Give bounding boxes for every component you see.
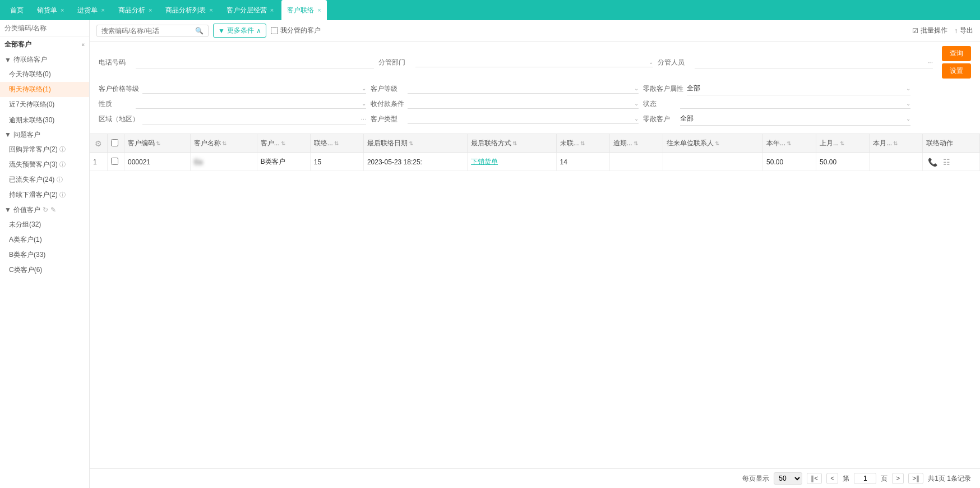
settings-button[interactable]: 设置 [942, 63, 971, 79]
nav-product-analysis[interactable]: 商品分析 × [113, 0, 158, 20]
filter-panel: 电话号码 分管部门 ⌄ 分管人员 ··· 查询 设置 [90, 42, 980, 134]
filter-icon: ▼ [218, 27, 225, 35]
row-type: B类客户 [257, 153, 310, 171]
col-last-month[interactable]: 上月...⇅ [816, 134, 870, 153]
filter-status: 状态 ⌄ [643, 99, 910, 109]
sidebar-item-class-c[interactable]: C类客户(6) [0, 263, 89, 278]
col-customer-type[interactable]: 客户...⇅ [257, 134, 310, 153]
close-icon[interactable]: × [209, 7, 212, 13]
toolbar: 🔍 ▼ 更多条件 ∧ 我分管的客户 ☑ 批量操作 ↑ 导出 [90, 20, 980, 42]
close-icon[interactable]: × [61, 7, 64, 13]
col-uncontacted[interactable]: 未联...⇅ [556, 134, 609, 153]
col-customer-name[interactable]: 客户名称⇅ [191, 134, 257, 153]
row-this-month [870, 153, 923, 171]
col-last-contact-method[interactable]: 最后联络方式⇅ [468, 134, 556, 153]
nav-customer-tiering[interactable]: 客户分层经营 × [221, 0, 279, 20]
page-number-input[interactable] [854, 473, 876, 484]
more-filter-button[interactable]: ▼ 更多条件 ∧ [213, 24, 266, 38]
my-customers-checkbox[interactable] [271, 27, 278, 34]
sidebar-item-overdue-contact[interactable]: 逾期未联络(30) [0, 113, 89, 128]
last-contact-method-link[interactable]: 下销货单 [471, 158, 498, 165]
col-customer-code[interactable]: 客户编码⇅ [124, 134, 191, 153]
sidebar-item-7days-contact[interactable]: 近7天待联络(0) [0, 97, 89, 112]
filter-payment: 收付款条件 ⌄ [371, 99, 638, 109]
sidebar-group-problem-customers[interactable]: ▼ 问题客户 [0, 128, 89, 142]
bulk-action-button[interactable]: ☑ 批量操作 [912, 26, 947, 35]
sidebar-item-class-b[interactable]: B类客户(33) [0, 247, 89, 263]
sort-icon: ⇅ [715, 140, 719, 146]
nav-home[interactable]: 首页 [4, 0, 29, 20]
more-dots-icon[interactable]: ··· [927, 58, 933, 66]
nature-select[interactable]: ⌄ [136, 99, 366, 109]
dept-select[interactable]: ⌄ [415, 57, 654, 67]
phone-input[interactable] [136, 57, 374, 68]
sidebar-search-bar: 🔍 [0, 20, 89, 36]
first-page-button[interactable]: ∥< [807, 473, 822, 484]
manager-select[interactable]: ··· [695, 57, 933, 68]
sidebar-group-pending-contact[interactable]: ▼ 待联络客户 [0, 53, 89, 67]
payment-select[interactable]: ⌄ [408, 99, 638, 109]
nav-customer-contact[interactable]: 客户联络 × [281, 0, 326, 20]
refresh-icon[interactable]: ↻ [43, 206, 48, 214]
row-last-contact-method: 下销货单 [468, 153, 556, 171]
row-select-checkbox[interactable] [111, 158, 118, 165]
toolbar-search-box: 🔍 [96, 25, 209, 37]
nav-sales-order[interactable]: 销货单 × [31, 0, 70, 20]
toolbar-search-input[interactable] [101, 27, 195, 35]
sidebar-item-abnormal-repurchase[interactable]: 回购异常客户(2) ⓘ [0, 142, 89, 157]
sidebar-item-ungrouped[interactable]: 未分组(32) [0, 217, 89, 232]
export-button[interactable]: ↑ 导出 [954, 26, 973, 35]
per-page-select[interactable]: 50 100 [774, 472, 802, 485]
col-company-contact[interactable]: 往来单位联系人⇅ [663, 134, 762, 153]
filter-customer-type: 客户类型 ⌄ [371, 114, 638, 124]
prev-page-button[interactable]: < [826, 473, 838, 484]
table-settings-icon[interactable]: ⚙ [95, 139, 102, 148]
retail-attr-select[interactable]: 全部 ⌄ [687, 82, 910, 95]
row-last-contact-date: 2023-05-23 18:25: [363, 153, 467, 171]
expand-arrow-icon: ▼ [4, 131, 11, 139]
row-action-phone-icon[interactable]: 📞 [928, 158, 937, 167]
sidebar-group-value-customers[interactable]: ▼ 价值客户 ↻ ✎ [0, 203, 89, 217]
sort-icon: ⇅ [840, 140, 844, 146]
chevron-down-icon: ⌄ [362, 85, 366, 91]
select-all-checkbox[interactable] [111, 139, 118, 146]
last-page-button[interactable]: >∥ [908, 473, 923, 484]
row-action-grid-icon[interactable]: ☷ [943, 158, 950, 167]
region-select[interactable]: ··· [142, 113, 366, 125]
status-select[interactable]: ⌄ [680, 99, 910, 109]
row-contact: 15 [310, 153, 363, 171]
sidebar-search-input[interactable] [4, 24, 89, 32]
col-contact[interactable]: 联络...⇅ [310, 134, 363, 153]
nav-purchase-order[interactable]: 进货单 × [72, 0, 110, 20]
col-this-month[interactable]: 本月...⇅ [870, 134, 923, 153]
close-icon[interactable]: × [101, 7, 104, 13]
col-this-year[interactable]: 本年...⇅ [763, 134, 816, 153]
more-dots-icon[interactable]: ··· [360, 115, 366, 123]
nav-product-analysis-list[interactable]: 商品分析列表 × [160, 0, 218, 20]
sidebar-item-today-contact[interactable]: 今天待联络(0) [0, 67, 89, 82]
col-last-contact-date[interactable]: 最后联络日期⇅ [363, 134, 467, 153]
customer-table: ⚙ 客户编码⇅ 客户名称⇅ 客户...⇅ [90, 134, 980, 171]
query-button[interactable]: 查询 [942, 46, 971, 61]
sidebar-item-churned[interactable]: 已流失客户(24) ⓘ [0, 172, 89, 187]
close-icon[interactable]: × [317, 7, 321, 13]
my-customers-checkbox-label[interactable]: 我分管的客户 [271, 26, 321, 35]
sidebar-item-tomorrow-contact[interactable]: 明天待联络(1) [0, 82, 89, 97]
close-icon[interactable]: × [149, 7, 152, 13]
col-overdue[interactable]: 逾期...⇅ [609, 134, 663, 153]
sidebar-item-class-a[interactable]: A类客户(1) [0, 232, 89, 247]
row-name: Ea [191, 153, 257, 171]
retail-customer-select[interactable]: 全部 ⌄ [680, 112, 910, 126]
toolbar-search-icon[interactable]: 🔍 [195, 27, 204, 35]
next-page-button[interactable]: > [892, 473, 904, 484]
close-icon[interactable]: × [270, 7, 274, 13]
customer-type-select[interactable]: ⌄ [408, 114, 638, 124]
customer-level-select[interactable]: ⌄ [408, 84, 638, 94]
sidebar-all-customers[interactable]: 全部客户 « [0, 36, 89, 53]
filter-row-3: 性质 ⌄ 收付款条件 ⌄ 状态 ⌄ [99, 99, 971, 109]
filter-customer-level: 客户等级 ⌄ [371, 84, 638, 94]
sidebar-item-churn-warning[interactable]: 流失预警客户(3) ⓘ [0, 157, 89, 172]
customer-value-select[interactable]: ⌄ [142, 84, 366, 94]
edit-icon[interactable]: ✎ [50, 206, 56, 214]
sidebar-item-declining[interactable]: 持续下滑客户(2) ⓘ [0, 187, 89, 202]
